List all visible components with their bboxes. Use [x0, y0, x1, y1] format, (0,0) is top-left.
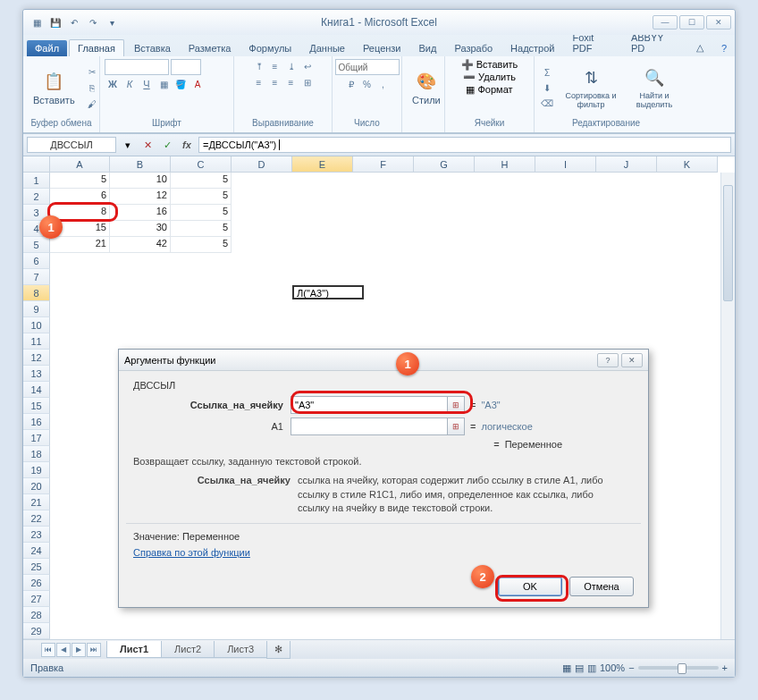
row-header-13[interactable]: 13 [23, 366, 50, 382]
cell-A3[interactable]: 8 [50, 205, 110, 221]
view-break-icon[interactable]: ▥ [587, 662, 596, 674]
sheet-tab-3[interactable]: Лист3 [214, 641, 267, 658]
arg1-range-select-icon[interactable]: ⊞ [447, 396, 465, 414]
col-header-i[interactable]: I [535, 156, 596, 173]
cell-B3[interactable]: 16 [110, 205, 171, 221]
cancel-button[interactable]: Отмена [569, 577, 634, 596]
tab-view[interactable]: Вид [411, 40, 445, 56]
row-header-26[interactable]: 26 [23, 575, 50, 591]
view-page-icon[interactable]: ▤ [575, 662, 584, 674]
row-header-28[interactable]: 28 [23, 607, 50, 623]
row-header-19[interactable]: 19 [23, 462, 50, 478]
cells-format[interactable]: ▦ Формат [466, 84, 512, 96]
row-header-20[interactable]: 20 [23, 478, 50, 494]
arg2-range-select-icon[interactable]: ⊞ [447, 417, 465, 435]
find-select-button[interactable]: 🔍Найти и выделить [627, 64, 682, 111]
cut-icon[interactable]: ✂ [84, 64, 100, 79]
cell-B4[interactable]: 30 [110, 221, 171, 237]
row-header-23[interactable]: 23 [23, 527, 50, 543]
close-button[interactable]: ✕ [706, 15, 731, 30]
arg1-input[interactable] [291, 396, 448, 414]
tab-file[interactable]: Файл [27, 40, 67, 56]
row-header-8[interactable]: 8 [23, 285, 50, 301]
autosum-icon[interactable]: Σ [539, 65, 555, 80]
align-right-icon[interactable]: ≡ [283, 75, 299, 89]
col-header-a[interactable]: A [50, 156, 110, 173]
col-header-k[interactable]: K [657, 156, 718, 173]
fx-icon[interactable]: fx [179, 137, 195, 153]
row-header-15[interactable]: 15 [23, 398, 50, 414]
align-bottom-icon[interactable]: ⤓ [283, 59, 299, 73]
currency-icon[interactable]: ₽ [343, 77, 359, 91]
col-header-c[interactable]: C [171, 156, 232, 173]
col-header-b[interactable]: B [110, 156, 171, 173]
cell-A2[interactable]: 6 [50, 189, 110, 205]
cell-C4[interactable]: 5 [171, 221, 232, 237]
qat-dropdown-icon[interactable]: ▾ [104, 14, 120, 30]
undo-icon[interactable]: ↶ [66, 14, 82, 30]
view-normal-icon[interactable]: ▦ [562, 662, 571, 674]
cell-A4[interactable]: 15 [50, 221, 110, 237]
row-header-22[interactable]: 22 [23, 510, 50, 527]
font-size[interactable] [171, 59, 201, 75]
sheet-nav-prev-icon[interactable]: ◀ [56, 643, 71, 657]
wrap-text-icon[interactable]: ↩ [299, 59, 316, 73]
tab-layout[interactable]: Разметка [181, 40, 240, 56]
cancel-formula-icon[interactable]: ✕ [139, 137, 156, 153]
zoom-in-icon[interactable]: + [722, 662, 728, 673]
zoom-slider[interactable] [638, 666, 719, 670]
row-header-25[interactable]: 25 [23, 559, 50, 575]
dialog-close-button[interactable]: ✕ [621, 353, 643, 367]
cell-B5[interactable]: 42 [110, 237, 171, 253]
row-header-17[interactable]: 17 [23, 430, 50, 446]
row-header-3[interactable]: 3 [23, 205, 50, 221]
tab-review[interactable]: Рецензи [355, 40, 409, 56]
align-center-icon[interactable]: ≡ [267, 75, 283, 89]
fill-icon[interactable]: ⬇ [539, 80, 555, 95]
row-header-10[interactable]: 10 [23, 317, 50, 333]
col-header-g[interactable]: G [414, 156, 475, 173]
col-header-h[interactable]: H [475, 156, 535, 173]
row-header-27[interactable]: 27 [23, 591, 50, 607]
row-header-29[interactable]: 29 [23, 623, 50, 639]
col-header-e[interactable]: E [292, 156, 353, 173]
redo-icon[interactable]: ↷ [85, 14, 101, 30]
cell-C3[interactable]: 5 [171, 205, 232, 221]
cells-delete[interactable]: ➖ Удалить [463, 72, 516, 83]
align-left-icon[interactable]: ≡ [251, 75, 267, 89]
col-header-f[interactable]: F [353, 156, 414, 173]
sheet-tab-new-icon[interactable]: ✻ [266, 641, 291, 659]
vertical-scrollbar[interactable] [720, 173, 735, 639]
tab-formulas[interactable]: Формулы [240, 40, 299, 56]
scrollbar-thumb[interactable] [723, 185, 733, 301]
cells-insert[interactable]: ➕ Вставить [461, 59, 518, 71]
cell-B2[interactable]: 12 [110, 189, 171, 205]
comma-icon[interactable]: , [375, 77, 392, 91]
tab-data[interactable]: Данные [301, 40, 353, 56]
percent-icon[interactable]: % [359, 77, 375, 91]
underline-icon[interactable]: Ч [139, 77, 155, 91]
cell-C5[interactable]: 5 [171, 237, 232, 253]
sheet-nav-first-icon[interactable]: ⏮ [41, 643, 55, 657]
cell-A5[interactable]: 21 [50, 237, 110, 253]
save-icon[interactable]: 💾 [47, 14, 63, 30]
styles-button[interactable]: 🎨Стили [407, 68, 446, 107]
bold-icon[interactable]: Ж [105, 77, 121, 91]
font-name[interactable] [105, 59, 169, 75]
align-middle-icon[interactable]: ≡ [267, 59, 283, 73]
italic-icon[interactable]: К [122, 77, 138, 91]
sort-filter-button[interactable]: ⇅Сортировка и фильтр [559, 64, 623, 111]
fill-color-icon[interactable]: 🪣 [173, 77, 189, 91]
maximize-button[interactable]: ☐ [679, 15, 704, 30]
name-box[interactable] [27, 137, 116, 153]
function-help-link[interactable]: Справка по этой функции [133, 547, 250, 558]
ribbon-minimize-icon[interactable]: △ [688, 39, 712, 56]
minimize-button[interactable]: — [653, 15, 678, 30]
sheet-tab-2[interactable]: Лист2 [161, 641, 215, 658]
sheet-nav-next-icon[interactable]: ▶ [72, 643, 86, 657]
format-painter-icon[interactable]: 🖌 [84, 97, 100, 111]
cell-A1[interactable]: 5 [50, 173, 110, 189]
tab-dev[interactable]: Разрабо [446, 40, 501, 56]
number-format[interactable] [335, 59, 400, 75]
col-header-d[interactable]: D [232, 156, 292, 173]
